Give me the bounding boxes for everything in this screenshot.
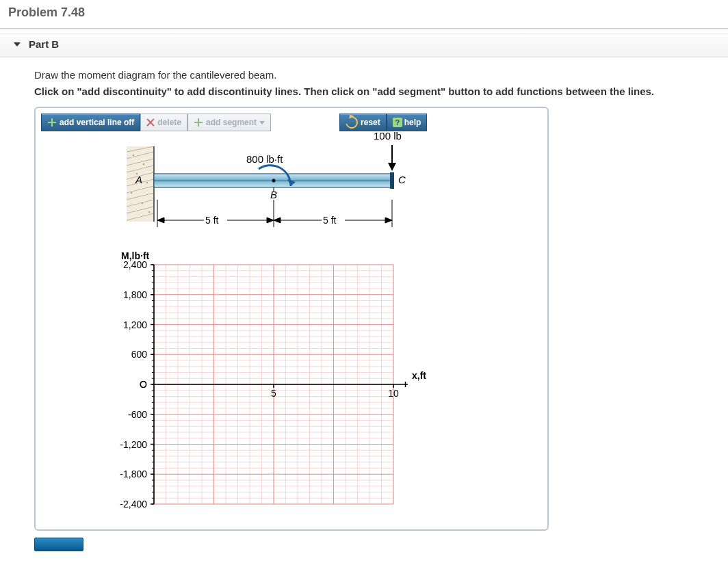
svg-text:M,lb·ft: M,lb·ft <box>121 250 150 261</box>
add-segment-button[interactable]: add segment <box>187 114 271 131</box>
svg-marker-32 <box>157 218 164 223</box>
reset-label: reset <box>361 118 380 127</box>
delete-button[interactable]: delete <box>140 114 187 131</box>
drawing-svg[interactable]: A B C 800 lb·ft 100 lb <box>41 131 542 521</box>
chevron-down-icon <box>259 121 265 124</box>
instruction-line-2: Click on "add discontinuity" to add disc… <box>34 83 694 100</box>
add-vline-label: add vertical line off <box>60 118 134 127</box>
help-button[interactable]: ? help <box>387 114 428 131</box>
svg-text:1,800: 1,800 <box>123 289 147 300</box>
svg-text:5: 5 <box>271 388 276 399</box>
svg-text:600: 600 <box>131 349 148 360</box>
svg-rect-24 <box>390 172 394 189</box>
svg-point-16 <box>131 192 132 194</box>
svg-text:x,ft: x,ft <box>412 370 426 381</box>
part-header[interactable]: Part B <box>0 34 728 57</box>
divider <box>0 28 728 29</box>
collapse-caret-icon[interactable] <box>14 42 21 47</box>
x-icon <box>146 118 155 127</box>
toolbar: add vertical line off delete add segment… <box>41 114 542 131</box>
svg-point-22 <box>272 179 276 183</box>
svg-marker-35 <box>274 218 281 223</box>
span2-label: 5 ft <box>323 215 337 226</box>
svg-marker-33 <box>267 218 274 223</box>
plus-icon <box>194 118 203 127</box>
load-label: 100 lb <box>374 131 402 142</box>
plus-icon <box>47 118 57 127</box>
svg-text:10: 10 <box>388 388 399 399</box>
add-vertical-line-button[interactable]: add vertical line off <box>41 114 140 131</box>
svg-text:-600: -600 <box>128 409 147 420</box>
svg-text:-1,800: -1,800 <box>120 469 147 479</box>
moment-label: 800 lb·ft <box>246 153 283 165</box>
reset-icon <box>343 114 361 131</box>
svg-point-13 <box>143 163 144 165</box>
svg-text:1,200: 1,200 <box>123 319 147 330</box>
svg-point-17 <box>142 202 143 204</box>
span1-label: 5 ft <box>205 215 219 226</box>
svg-marker-27 <box>388 163 396 171</box>
problem-title: Problem 7.48 <box>0 0 728 28</box>
svg-point-12 <box>133 155 134 156</box>
svg-point-18 <box>148 211 150 213</box>
add-segment-label: add segment <box>206 118 257 127</box>
canvas-area[interactable]: A B C 800 lb·ft 100 lb <box>41 131 542 524</box>
svg-marker-36 <box>385 218 392 223</box>
svg-point-15 <box>146 182 148 183</box>
svg-text:-2,400: -2,400 <box>120 499 147 510</box>
moment-chart[interactable]: -2,400-1,800-1,200-600O6001,2001,8002,40… <box>120 250 426 510</box>
label-c: C <box>398 174 406 185</box>
instruction-line-1: Draw the moment diagram for the cantilev… <box>34 67 694 83</box>
instructions: Draw the moment diagram for the cantilev… <box>0 57 728 103</box>
help-icon: ? <box>393 118 402 127</box>
reset-button[interactable]: reset <box>339 114 387 131</box>
label-a: A <box>135 174 142 185</box>
drawing-panel: add vertical line off delete add segment… <box>34 107 549 531</box>
delete-label: delete <box>157 118 181 127</box>
svg-text:-1,200: -1,200 <box>120 439 147 450</box>
beam-diagram: A B C 800 lb·ft 100 lb <box>127 131 406 227</box>
part-label: Part B <box>29 38 59 50</box>
help-label: help <box>404 118 421 127</box>
svg-text:O: O <box>140 379 147 390</box>
submit-button[interactable] <box>34 538 83 551</box>
